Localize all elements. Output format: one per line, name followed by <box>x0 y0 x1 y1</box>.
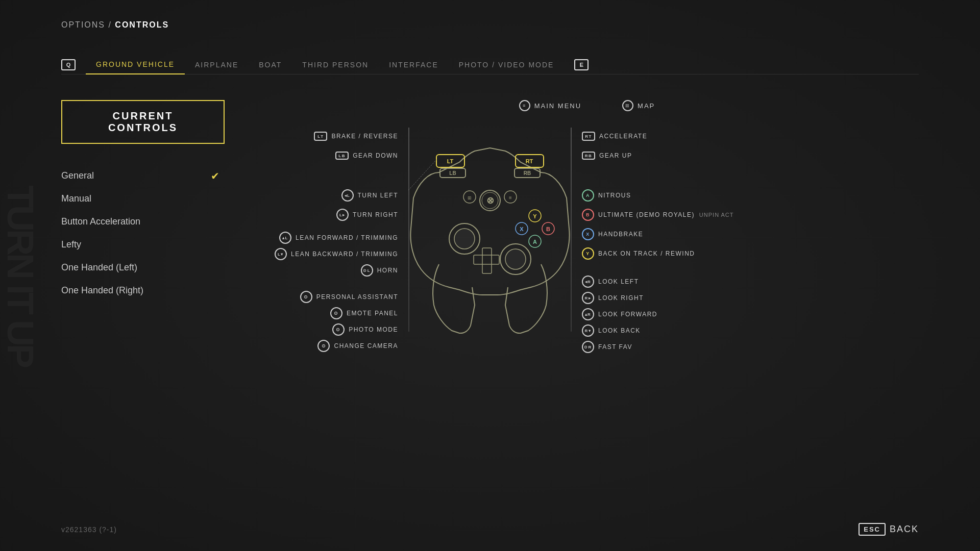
scheme-manual[interactable]: Manual <box>61 187 225 210</box>
label-back-on-track: Y BACK ON TRACK / REWIND <box>582 244 695 263</box>
b-icon: B <box>582 209 594 221</box>
tabs-bar: Q GROUND VEHICLE AIRPLANE BOAT THIRD PER… <box>61 55 919 74</box>
label-personal-assistant: PERSONAL ASSISTANT ⊙ <box>300 289 398 305</box>
pa-icon: ⊙ <box>300 291 312 303</box>
label-fast-fav: ⊙R FAST FAV <box>582 339 632 355</box>
tab-boat[interactable]: BOAT <box>249 56 292 74</box>
label-photo-mode: PHOTO MODE ⊙ <box>332 321 398 338</box>
label-brake-reverse: BRAKE / REVERSE LT <box>314 127 398 146</box>
label-ultimate: B ULTIMATE (DEMO ROYALE) UNPIN ACT <box>582 205 734 224</box>
label-look-forward: ▴R LOOK FORWARD <box>582 306 657 322</box>
lstick-click-icon: ⊙L <box>361 264 373 277</box>
label-turn-right: TURN RIGHT L▸ <box>336 205 398 224</box>
label-accelerate: RT ACCELERATE <box>582 127 647 146</box>
controller-diagram: ≡ MAIN MENU ⊞ MAP BRAKE / REVERSE LT <box>255 100 919 358</box>
scheme-button-acceleration[interactable]: Button Acceleration <box>61 210 225 233</box>
svg-rect-20 <box>474 255 499 264</box>
label-look-right: R▸ LOOK RIGHT <box>582 290 644 306</box>
label-change-camera: CHANGE CAMERA ⊙ <box>317 338 398 354</box>
left-panel: CURRENT CONTROLS General ✔ Manual Button… <box>61 100 225 358</box>
control-schemes-list: General ✔ Manual Button Acceleration Lef… <box>61 164 225 302</box>
svg-text:⊗: ⊗ <box>486 195 494 206</box>
rstick-left-icon: ◂R <box>582 276 594 288</box>
back-button[interactable]: Esc BACK <box>859 523 919 536</box>
lt-icon: LT <box>314 132 327 141</box>
lb-icon: LB <box>335 152 349 160</box>
svg-text:X: X <box>520 226 524 232</box>
emote-icon: ⊙ <box>330 307 342 319</box>
left-controls-labels: BRAKE / REVERSE LT GEAR DOWN LB TURN LEF… <box>255 111 408 354</box>
version-text: v2621363 (?-1) <box>61 525 117 534</box>
svg-point-16 <box>454 229 475 249</box>
scheme-one-handed-right[interactable]: One Handed (Right) <box>61 279 225 302</box>
menu-icon: ≡ <box>519 100 530 111</box>
bottom-bar: v2621363 (?-1) Esc BACK <box>61 523 919 536</box>
label-horn: HORN ⊙L <box>361 262 398 279</box>
scheme-one-handed-left[interactable]: One Handed (Left) <box>61 256 225 279</box>
scheme-general[interactable]: General ✔ <box>61 164 225 187</box>
controller-main-area: BRAKE / REVERSE LT GEAR DOWN LB TURN LEF… <box>255 111 919 358</box>
current-controls-button[interactable]: CURRENT CONTROLS <box>61 100 225 144</box>
svg-text:A: A <box>533 239 537 245</box>
tab-ground-vehicle[interactable]: GROUND VEHICLE <box>86 55 185 74</box>
svg-text:B: B <box>546 226 550 232</box>
tab-right-key[interactable]: E <box>574 59 589 70</box>
rb-icon: RB <box>582 152 595 160</box>
svg-text:Y: Y <box>533 213 537 219</box>
label-look-back: R▾ LOOK BACK <box>582 322 641 339</box>
map-icon: ⊞ <box>622 100 633 111</box>
breadcrumb: OPTIONS / CONTROLS <box>61 20 919 30</box>
svg-text:⊞: ⊞ <box>468 195 472 201</box>
tab-third-person[interactable]: THIRD PERSON <box>292 56 379 74</box>
rstick-up-icon: ▴R <box>582 308 594 320</box>
svg-line-30 <box>408 160 436 190</box>
label-emote-panel: EMOTE PANEL ⊙ <box>330 305 398 321</box>
svg-text:RT: RT <box>526 158 533 164</box>
esc-key: Esc <box>859 523 886 536</box>
back-label: BACK <box>890 524 919 535</box>
svg-rect-19 <box>482 248 492 273</box>
map-label: ⊞ MAP <box>622 100 655 111</box>
scheme-lefty[interactable]: Lefty <box>61 233 225 256</box>
label-look-left: ◂R LOOK LEFT <box>582 273 639 290</box>
a-icon: A <box>582 189 594 202</box>
svg-text:LT: LT <box>447 158 454 164</box>
label-lean-backward: LEAN BACKWARD / TRIMMING L▾ <box>275 246 398 262</box>
controller-svg: LT RT LB RB ⊗ <box>408 111 572 358</box>
label-gear-up: RB GEAR UP <box>582 146 632 165</box>
rstick-click-icon: ⊙R <box>582 341 594 353</box>
x-icon: X <box>582 228 594 240</box>
tab-left-key[interactable]: Q <box>61 59 76 70</box>
tab-photo-video[interactable]: PHOTO / VIDEO MODE <box>449 56 565 74</box>
right-controls-labels: RT ACCELERATE RB GEAR UP A NITROUS <box>572 111 766 355</box>
svg-text:RB: RB <box>524 170 531 176</box>
tab-interface[interactable]: INTERFACE <box>379 56 449 74</box>
rt-icon: RT <box>582 132 595 141</box>
lstick-down-icon: L▾ <box>275 248 287 260</box>
lstick-up-icon: ▴L <box>279 232 291 244</box>
rstick-down-icon: R▾ <box>582 324 594 337</box>
svg-text:≡: ≡ <box>509 195 512 201</box>
lstick-left-icon: ◂L <box>341 189 354 202</box>
rstick-right-icon: R▸ <box>582 292 594 304</box>
svg-point-18 <box>505 249 526 269</box>
y-icon: Y <box>582 247 594 260</box>
main-menu-label: ≡ MAIN MENU <box>519 100 581 111</box>
label-handbrake: X HANDBRAKE <box>582 224 643 244</box>
label-gear-down: GEAR DOWN LB <box>335 146 398 165</box>
svg-text:LB: LB <box>449 170 456 176</box>
label-lean-forward: LEAN FORWARD / TRIMMING ▴L <box>279 230 398 246</box>
top-menu-labels: ≡ MAIN MENU ⊞ MAP <box>255 100 919 111</box>
photo-icon: ⊙ <box>332 323 345 336</box>
camera-icon: ⊙ <box>317 340 330 352</box>
tab-airplane[interactable]: AIRPLANE <box>185 56 249 74</box>
label-nitrous: A NITROUS <box>582 186 631 205</box>
selected-checkmark: ✔ <box>211 170 219 182</box>
lstick-right-icon: L▸ <box>336 209 349 221</box>
label-turn-left: TURN LEFT ◂L <box>341 186 399 205</box>
